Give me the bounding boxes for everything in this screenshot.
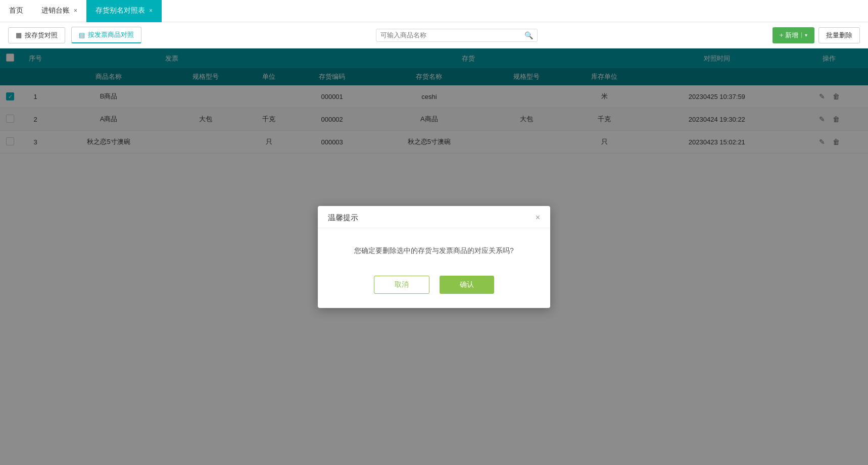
btn-by-invoice[interactable]: ▤ 按发票商品对照 <box>71 27 141 43</box>
dialog-body: 您确定要删除选中的存货与发票商品的对应关系吗? <box>318 228 550 271</box>
right-buttons: + 新增 ▾ 批量删除 <box>773 27 860 43</box>
tab-ledger-label: 进销台账 <box>41 6 70 15</box>
inventory-icon: ▦ <box>16 31 22 39</box>
main-content: 序号 发票 存货 对照时间 操作 商品名称 规格型号 单位 存货编码 存货名称 … <box>0 48 868 465</box>
dropdown-arrow-icon: ▾ <box>801 32 807 38</box>
btn-by-inventory-label: 按存货对照 <box>25 31 58 40</box>
dialog-header: 温馨提示 × <box>318 206 550 228</box>
dialog-footer: 取消 确认 <box>318 271 550 308</box>
tab-inventory-close[interactable]: × <box>149 7 153 14</box>
tab-ledger-close[interactable]: × <box>74 7 77 14</box>
batch-delete-label: 批量删除 <box>826 31 852 40</box>
tab-home-label: 首页 <box>9 6 23 15</box>
toolbar: ▦ 按存货对照 ▤ 按发票商品对照 🔍 + 新增 ▾ 批量删除 <box>0 22 868 48</box>
add-button[interactable]: + 新增 ▾ <box>773 27 814 43</box>
search-icon: 🔍 <box>524 31 533 39</box>
tab-inventory-label: 存货别名对照表 <box>95 6 145 15</box>
dialog-close-button[interactable]: × <box>536 214 540 222</box>
btn-by-invoice-label: 按发票商品对照 <box>88 30 134 39</box>
confirm-button[interactable]: 确认 <box>440 276 494 294</box>
invoice-icon: ▤ <box>79 31 85 39</box>
dialog: 温馨提示 × 您确定要删除选中的存货与发票商品的对应关系吗? 取消 确认 <box>318 206 550 308</box>
modal-overlay: 温馨提示 × 您确定要删除选中的存货与发票商品的对应关系吗? 取消 确认 <box>0 48 868 465</box>
search-input[interactable] <box>380 31 524 39</box>
dialog-title: 温馨提示 <box>328 213 358 223</box>
top-nav: 首页 进销台账 × 存货别名对照表 × <box>0 0 868 22</box>
search-box: 🔍 <box>376 29 538 42</box>
add-button-label: + 新增 <box>780 31 798 40</box>
tab-home[interactable]: 首页 <box>0 0 32 22</box>
cancel-button[interactable]: 取消 <box>374 276 429 294</box>
tab-inventory[interactable]: 存货别名对照表 × <box>86 0 162 22</box>
dialog-message: 您确定要删除选中的存货与发票商品的对应关系吗? <box>354 246 514 254</box>
btn-by-inventory[interactable]: ▦ 按存货对照 <box>8 27 65 43</box>
tab-ledger[interactable]: 进销台账 × <box>32 0 86 22</box>
batch-delete-button[interactable]: 批量删除 <box>818 27 860 43</box>
